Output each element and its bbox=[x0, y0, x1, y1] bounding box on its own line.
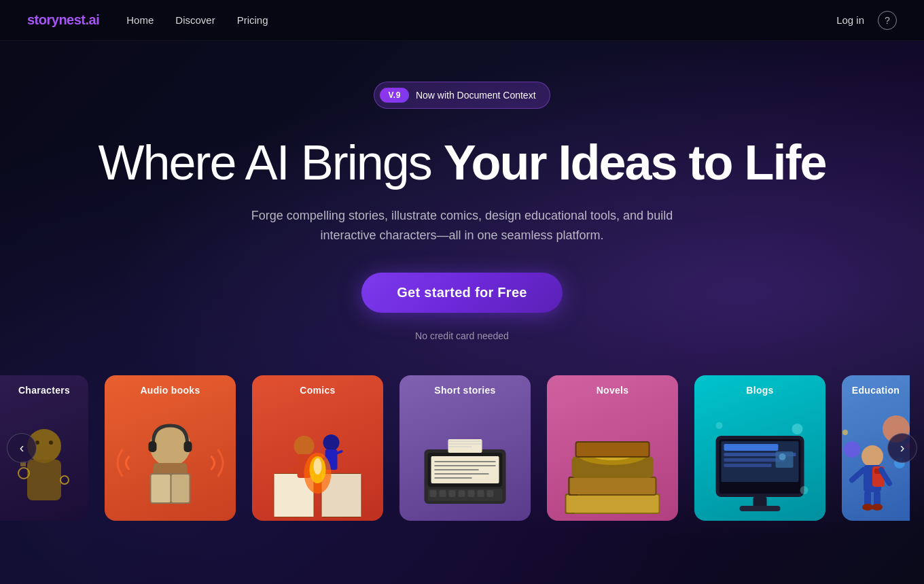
svg-rect-39 bbox=[440, 490, 446, 497]
nav-left: storynest.ai Home Discover Pricing bbox=[27, 12, 268, 28]
nav-item-home[interactable]: Home bbox=[126, 14, 154, 27]
svg-rect-66 bbox=[724, 464, 772, 467]
card-comics[interactable]: Comics bbox=[252, 375, 383, 521]
card-label-blogs: Blogs bbox=[694, 385, 825, 396]
svg-rect-13 bbox=[184, 441, 192, 452]
cards-row: Characters Audio books bbox=[0, 375, 924, 521]
hero-title: Where AI Brings Your Ideas to Life bbox=[27, 136, 897, 190]
logo-text: storynest.ai bbox=[27, 12, 99, 28]
card-label-audiobooks: Audio books bbox=[105, 385, 236, 396]
version-tag: V.9 bbox=[380, 88, 408, 103]
nav-item-pricing[interactable]: Pricing bbox=[237, 14, 268, 27]
comics-illustration bbox=[260, 405, 376, 521]
svg-rect-41 bbox=[459, 490, 465, 497]
card-audiobooks[interactable]: Audio books bbox=[105, 375, 236, 521]
nav-item-discover[interactable]: Discover bbox=[175, 14, 215, 27]
card-image-blogs bbox=[694, 405, 825, 521]
no-credit-text: No credit card needed bbox=[415, 330, 509, 341]
svg-rect-54 bbox=[570, 478, 656, 494]
card-label-education: Education bbox=[842, 385, 910, 396]
prev-icon: ‹ bbox=[20, 440, 24, 456]
audiobooks-illustration bbox=[116, 409, 225, 521]
badge-text: Now with Document Context bbox=[416, 90, 536, 101]
hero-title-part1: Where AI Brings bbox=[99, 135, 444, 190]
svg-rect-70 bbox=[740, 506, 781, 511]
logo-suffix: .ai bbox=[86, 12, 100, 27]
svg-point-77 bbox=[842, 430, 848, 435]
card-image-characters bbox=[0, 405, 88, 521]
svg-point-28 bbox=[314, 458, 322, 475]
card-label-characters: Characters bbox=[0, 385, 88, 396]
svg-point-18 bbox=[294, 436, 315, 456]
svg-point-68 bbox=[779, 453, 786, 460]
svg-rect-42 bbox=[468, 490, 475, 497]
nav-link-discover[interactable]: Discover bbox=[175, 14, 215, 26]
card-image-novels bbox=[547, 405, 678, 521]
svg-point-72 bbox=[716, 422, 723, 429]
card-blogs[interactable]: Blogs bbox=[694, 375, 825, 521]
svg-rect-38 bbox=[430, 490, 437, 497]
cta-button[interactable]: Get started for Free bbox=[361, 273, 563, 313]
hero-subtitle: Forge compelling stories, illustrate com… bbox=[224, 206, 700, 245]
svg-point-79 bbox=[861, 445, 883, 467]
svg-point-3 bbox=[49, 441, 53, 445]
nav-links: Home Discover Pricing bbox=[126, 14, 268, 27]
svg-line-87 bbox=[852, 470, 864, 480]
svg-rect-43 bbox=[478, 490, 484, 497]
card-label-short: Short stories bbox=[399, 385, 531, 396]
card-short-stories[interactable]: Short stories bbox=[399, 375, 531, 521]
svg-rect-51 bbox=[567, 495, 659, 513]
version-badge: V.9 Now with Document Context bbox=[374, 82, 550, 109]
svg-rect-11 bbox=[172, 475, 190, 502]
navbar: storynest.ai Home Discover Pricing Log i… bbox=[0, 0, 924, 41]
login-button[interactable]: Log in bbox=[836, 14, 864, 26]
logo-name: storynest bbox=[27, 12, 86, 27]
svg-point-22 bbox=[323, 434, 340, 451]
logo[interactable]: storynest.ai bbox=[27, 12, 99, 28]
svg-rect-1 bbox=[27, 460, 61, 500]
card-novels[interactable]: Novels bbox=[547, 375, 678, 521]
svg-point-86 bbox=[872, 504, 883, 511]
card-image-education bbox=[842, 405, 910, 521]
short-stories-illustration bbox=[411, 409, 520, 521]
card-image-comics bbox=[252, 405, 383, 521]
svg-rect-10 bbox=[152, 475, 171, 502]
hero-section: V.9 Now with Document Context Where AI B… bbox=[0, 41, 924, 355]
nav-link-pricing[interactable]: Pricing bbox=[237, 14, 268, 26]
card-image-short bbox=[399, 405, 531, 521]
next-icon: › bbox=[900, 440, 905, 456]
card-label-novels: Novels bbox=[547, 385, 678, 396]
hero-title-part2: Your Ideas to Life bbox=[444, 135, 826, 190]
education-illustration bbox=[842, 409, 910, 521]
svg-rect-63 bbox=[724, 444, 779, 451]
novels-illustration bbox=[558, 409, 667, 521]
carousel-next-button[interactable]: › bbox=[887, 433, 917, 463]
svg-rect-59 bbox=[577, 443, 649, 456]
carousel-prev-button[interactable]: ‹ bbox=[7, 433, 37, 463]
svg-rect-12 bbox=[149, 441, 157, 452]
svg-point-75 bbox=[844, 441, 860, 458]
nav-right: Log in ? bbox=[836, 11, 897, 30]
svg-point-5 bbox=[60, 476, 69, 484]
carousel-section: ‹ › Characters bbox=[0, 375, 924, 521]
svg-point-85 bbox=[862, 504, 873, 511]
nav-link-home[interactable]: Home bbox=[126, 14, 154, 26]
blogs-illustration bbox=[703, 409, 818, 521]
svg-rect-40 bbox=[449, 490, 456, 497]
card-image-audiobooks bbox=[105, 405, 236, 521]
svg-rect-44 bbox=[487, 490, 494, 497]
card-label-comics: Comics bbox=[252, 385, 383, 396]
help-button[interactable]: ? bbox=[878, 11, 897, 30]
svg-point-71 bbox=[792, 424, 803, 434]
svg-rect-69 bbox=[753, 497, 767, 507]
svg-point-73 bbox=[800, 486, 808, 494]
